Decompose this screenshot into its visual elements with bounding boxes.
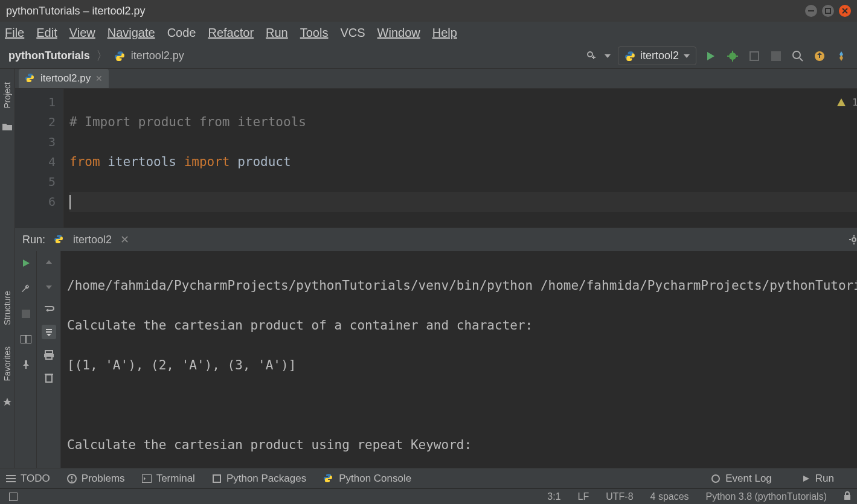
editor-tabs: itertool2.py ✕ (15, 69, 857, 89)
menu-file[interactable]: File (5, 26, 24, 40)
encoding[interactable]: UTF-8 (606, 491, 633, 502)
code-content[interactable]: # Import product from itertools from ite… (63, 89, 857, 228)
tool-tab-structure[interactable]: Structure (2, 291, 12, 325)
tool-tab-problems[interactable]: Problems (67, 473, 125, 485)
caret-position[interactable]: 3:1 (547, 491, 560, 502)
tool-tab-python-console[interactable]: Python Console (323, 473, 411, 485)
print-icon[interactable] (42, 348, 56, 362)
menu-navigate[interactable]: Navigate (108, 26, 155, 40)
soft-wrap-icon[interactable] (42, 302, 56, 316)
update-icon[interactable] (812, 49, 827, 63)
svg-rect-33 (71, 476, 72, 479)
svg-rect-29 (6, 475, 16, 476)
run-tab-name[interactable]: itertool2 (73, 234, 112, 246)
svg-rect-9 (750, 52, 759, 60)
minimize-button[interactable] (805, 5, 817, 17)
run-tool-button[interactable]: Run (802, 473, 834, 485)
warning-count: 1 (852, 92, 857, 112)
coverage-button[interactable] (747, 49, 762, 63)
layout-icon[interactable] (19, 332, 33, 346)
run-button[interactable] (704, 49, 718, 63)
svg-rect-38 (9, 493, 18, 501)
menu-edit[interactable]: Edit (36, 26, 57, 40)
tool-tab-project[interactable]: Project (2, 82, 12, 109)
svg-rect-27 (46, 375, 52, 382)
run-tool-window: Run: itertool2 ✕ (15, 228, 857, 468)
pin-icon[interactable] (19, 357, 33, 372)
svg-rect-28 (45, 374, 53, 375)
menu-run[interactable]: Run (266, 26, 288, 40)
svg-rect-24 (45, 351, 53, 354)
run-toolbar-secondary (37, 251, 61, 468)
scroll-to-end-icon[interactable] (42, 325, 56, 339)
breadcrumb-project[interactable]: pythonTutorials (8, 49, 90, 62)
code-editor[interactable]: 1 2 3 4 5 6 # Import product from iterto… (15, 89, 857, 228)
tool-tab-terminal[interactable]: Terminal (142, 473, 195, 485)
indent[interactable]: 4 spaces (650, 491, 689, 502)
python-icon (624, 51, 635, 62)
tool-tab-python-packages[interactable]: Python Packages (212, 473, 306, 485)
svg-point-11 (793, 51, 800, 59)
svg-point-14 (852, 238, 856, 241)
menu-view[interactable]: View (69, 26, 95, 40)
gutter: 1 2 3 4 5 6 (15, 89, 63, 228)
tool-windows-icon[interactable] (6, 490, 21, 504)
warning-icon (836, 98, 846, 107)
svg-rect-23 (25, 366, 27, 369)
editor-column: itertool2.py ✕ 1 2 3 4 5 6 # Import prod… (15, 69, 857, 468)
svg-rect-0 (808, 10, 814, 11)
debug-button[interactable] (725, 49, 740, 63)
wrench-icon[interactable] (19, 281, 33, 296)
stop-run-button[interactable] (19, 307, 33, 321)
run-configuration-selector[interactable]: itertool2 (618, 46, 696, 65)
status-bar: 3:1 LF UTF-8 4 spaces Python 3.8 (python… (0, 488, 857, 504)
ide-settings-icon[interactable] (834, 49, 849, 63)
python-icon (54, 234, 65, 245)
svg-rect-5 (593, 56, 594, 59)
trash-icon[interactable] (42, 371, 56, 385)
menu-window[interactable]: Window (377, 26, 420, 40)
menu-refactor[interactable]: Refactor (208, 26, 254, 40)
breadcrumb: pythonTutorials 〉 itertool2.py (8, 48, 184, 64)
line-ending[interactable]: LF (578, 491, 589, 502)
gear-icon[interactable] (847, 232, 857, 247)
python-file-icon (114, 51, 125, 62)
svg-line-12 (800, 58, 803, 61)
folder-icon[interactable] (0, 120, 14, 134)
tab-filename: itertool2.py (40, 72, 91, 85)
stop-button[interactable] (769, 49, 783, 63)
svg-rect-30 (6, 478, 16, 479)
tool-tab-todo[interactable]: TODO (6, 473, 50, 485)
console-output[interactable]: /home/fahmida/PycharmProjects/pythonTuto… (61, 251, 857, 468)
tool-tab-favorites[interactable]: Favorites (2, 346, 12, 381)
interpreter[interactable]: Python 3.8 (pythonTutorials) (706, 491, 827, 502)
inspection-widget[interactable]: 1 ˆ ˇ (836, 92, 857, 112)
menu-vcs[interactable]: VCS (340, 26, 365, 40)
menu-code[interactable]: Code (167, 26, 196, 40)
run-config-name: itertool2 (640, 49, 679, 62)
event-log-button[interactable]: Event Log (711, 473, 772, 485)
search-everywhere-icon[interactable] (791, 49, 805, 63)
lock-icon[interactable] (844, 491, 851, 502)
tab-close-icon[interactable]: ✕ (95, 74, 103, 83)
bottom-tool-tabs: TODO Problems Terminal Python Packages P… (0, 468, 857, 488)
menu-help[interactable]: Help (432, 26, 457, 40)
add-config-icon[interactable] (583, 49, 597, 63)
svg-rect-26 (46, 356, 52, 359)
config-dropdown-icon[interactable] (605, 54, 611, 58)
run-header: Run: itertool2 ✕ (15, 228, 857, 251)
window-controls (805, 5, 851, 17)
chevron-down-icon (684, 54, 690, 58)
up-stack-icon[interactable] (42, 256, 56, 270)
run-tab-close-icon[interactable]: ✕ (120, 233, 129, 246)
maximize-button[interactable] (822, 5, 834, 17)
title-bar: pythonTutorials – itertool2.py (0, 0, 857, 22)
close-button[interactable] (839, 5, 851, 17)
down-stack-icon[interactable] (42, 279, 56, 293)
svg-rect-20 (22, 310, 30, 318)
rerun-button[interactable] (19, 256, 33, 270)
file-tab-active[interactable]: itertool2.py ✕ (19, 69, 109, 88)
svg-rect-31 (6, 481, 16, 482)
breadcrumb-file[interactable]: itertool2.py (131, 49, 184, 62)
menu-tools[interactable]: Tools (300, 26, 329, 40)
